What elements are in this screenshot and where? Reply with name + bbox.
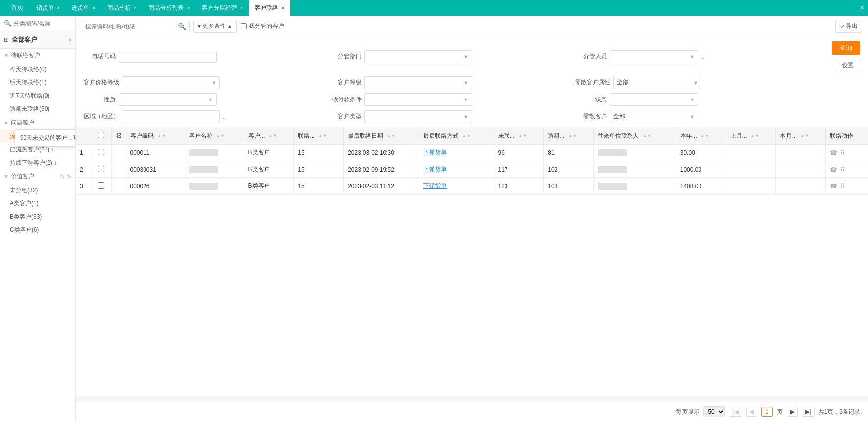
more-action-icon-0[interactable]: ⠿ <box>840 149 844 156</box>
contact-action-icon-1[interactable]: ☎ <box>830 166 837 173</box>
close-tab-product-analysis[interactable]: × <box>134 5 137 11</box>
sort-arrows-date[interactable]: ▲▼ <box>386 134 395 138</box>
nav-home[interactable]: 首页 <box>4 0 30 16</box>
sidebar-item-overdue[interactable]: 逾期未联络(30) <box>0 102 75 116</box>
my-customers-checkbox[interactable]: 我分管的客户 <box>241 22 284 30</box>
cell-way-2[interactable]: 下销货单 <box>419 178 494 195</box>
horizontal-scrollbar[interactable] <box>76 396 868 402</box>
next-page-btn[interactable]: ▶ <box>787 407 798 417</box>
tab-customer-tier[interactable]: 客户分层经营 × <box>196 0 249 16</box>
sort-arrows-code[interactable]: ▲▼ <box>157 134 166 138</box>
more-action-icon-2[interactable]: ⠿ <box>840 183 844 190</box>
payment-select[interactable]: ▼ <box>364 93 472 106</box>
my-customers-check[interactable] <box>241 23 247 29</box>
value-group-refresh-icon[interactable]: ↻ <box>60 173 65 180</box>
nature-chevron-icon: ▼ <box>208 97 213 102</box>
contact-action-icon-0[interactable]: ☎ <box>830 149 837 156</box>
sidebar-search-input[interactable] <box>14 20 72 27</box>
sidebar-item-churn-warning[interactable]: 流失预警客户(3) <box>0 130 75 143</box>
sort-arrows-this-month[interactable]: ▲▼ <box>800 134 809 138</box>
prev-page-btn[interactable]: ◀ <box>746 407 757 417</box>
phone-input[interactable] <box>119 51 217 63</box>
customer-grade-select[interactable]: ▼ <box>364 76 472 89</box>
export-btn[interactable]: ↗ 导出 <box>835 20 862 33</box>
sidebar-item-ungrouped[interactable]: 未分组(32) <box>0 184 75 197</box>
more-conditions-btn[interactable]: ▾ 更多条件 ▲ <box>193 20 237 33</box>
tab-product-analysis-list[interactable]: 商品分析列表 × <box>143 0 195 16</box>
first-page-btn[interactable]: |◀ <box>729 407 742 417</box>
sort-arrows-year[interactable]: ▲▼ <box>700 134 709 138</box>
sidebar-collapse-btn[interactable]: « <box>68 36 72 43</box>
contact-way-link-0[interactable]: 下销货单 <box>423 149 447 156</box>
zero-attr-label: 零散客户属性 <box>575 78 610 87</box>
close-tab-customer-tier[interactable]: × <box>240 5 243 11</box>
price-grade-select[interactable]: ▼ <box>122 76 220 89</box>
close-tab-product-analysis-list[interactable]: × <box>187 5 190 11</box>
contact-action-icon-2[interactable]: ☎ <box>830 183 837 190</box>
sort-arrows-unit[interactable]: ▲▼ <box>642 134 651 138</box>
sort-arrows-type[interactable]: ▲▼ <box>268 134 277 138</box>
cell-way-0[interactable]: 下销货单 <box>419 145 494 161</box>
sort-arrows-way[interactable]: ▲▼ <box>462 134 471 138</box>
customer-type-select[interactable]: ▼ <box>364 110 472 123</box>
sidebar-item-c-class[interactable]: C类客户(6) <box>0 223 75 237</box>
toolbar-search-icon[interactable]: 🔍 <box>178 23 186 30</box>
tab-sales-order[interactable]: 销货单 × <box>30 0 66 16</box>
row-checkbox-0[interactable] <box>98 149 104 155</box>
row-checkbox-2[interactable] <box>98 182 104 189</box>
contact-way-link-1[interactable]: 下销货单 <box>423 166 447 173</box>
sidebar-item-declining[interactable]: 持续下滑客户(2) ℹ <box>0 156 75 170</box>
sort-arrows-contact[interactable]: ▲▼ <box>318 134 327 138</box>
person-more-dots[interactable]: ... <box>701 53 706 60</box>
close-tab-sales-order[interactable]: × <box>57 5 60 11</box>
sidebar-all-customers[interactable]: ⊞ 全部客户 « <box>0 31 75 49</box>
declining-info-icon[interactable]: ℹ <box>54 160 56 166</box>
cell-way-1[interactable]: 下销货单 <box>419 161 494 178</box>
sort-arrows-last-month[interactable]: ▲▼ <box>750 134 759 138</box>
close-window-btn[interactable]: × <box>860 3 864 12</box>
sort-arrows-overdue[interactable]: ▲▼ <box>568 134 577 138</box>
sidebar-item-churned[interactable]: 已流失客户(24) ℹ <box>0 143 75 156</box>
cell-name-0 <box>185 145 244 161</box>
toolbar-search-input[interactable] <box>85 23 176 30</box>
per-page-select[interactable]: 50 <box>703 406 725 417</box>
close-tab-customer-contact[interactable]: × <box>281 5 284 11</box>
person-select[interactable]: ▼ <box>610 50 698 63</box>
close-tab-purchase-order[interactable]: × <box>92 5 95 11</box>
settings-btn[interactable]: 设置 <box>836 59 860 72</box>
sidebar-item-b-class[interactable]: B类客户(33) <box>0 210 75 223</box>
sidebar-item-tomorrow[interactable]: 明天待联络(1) <box>0 76 75 89</box>
area-more-dots[interactable]: ... <box>223 113 228 120</box>
sort-arrows-uncontacted[interactable]: ▲▼ <box>518 134 527 138</box>
sidebar-item-today[interactable]: 今天待联络(0) <box>0 63 75 76</box>
tab-product-analysis[interactable]: 商品分析 × <box>101 0 143 16</box>
sort-arrows-name[interactable]: ▲▼ <box>216 134 225 138</box>
filter-row-2: 客户价格等级 ▼ 客户等级 ▼ 零散客户属性 全部 <box>84 76 860 89</box>
more-action-icon-1[interactable]: ⠿ <box>840 166 844 173</box>
query-btn[interactable]: 查询 <box>832 41 860 55</box>
sidebar-item-7days[interactable]: 近7天待联络(0) <box>0 89 75 102</box>
contact-way-link-2[interactable]: 下销货单 <box>423 182 447 189</box>
value-group-edit-icon[interactable]: ✎ <box>67 173 72 180</box>
risk-group[interactable]: ▼ 问题客户 90天未交易的客户，可能有流失风险。 <box>0 116 75 130</box>
select-all-checkbox[interactable] <box>98 132 104 138</box>
tab-customer-contact[interactable]: 客户联络 × <box>249 0 290 16</box>
sidebar-item-a-class[interactable]: A类客户(1) <box>0 197 75 210</box>
tab-purchase-order[interactable]: 进货单 × <box>66 0 101 16</box>
churned-info-icon[interactable]: ℹ <box>51 147 53 153</box>
nature-select[interactable]: ▼ <box>119 93 217 106</box>
row-checkbox-1[interactable] <box>98 166 104 172</box>
zero-attr-select[interactable]: 全部 ▼ <box>613 76 701 89</box>
cell-gear-1 <box>111 161 126 178</box>
value-group[interactable]: ▼ 价值客户 ↻ ✎ <box>0 170 75 184</box>
dept-select[interactable]: ▼ <box>364 50 472 63</box>
status-select[interactable]: ▼ <box>610 93 698 106</box>
area-select[interactable] <box>122 110 220 123</box>
cell-checkbox-2[interactable] <box>94 178 111 195</box>
last-page-btn[interactable]: ▶| <box>802 407 815 417</box>
pending-contact-group[interactable]: ▼ 待联络客户 <box>0 49 75 63</box>
table-gear-icon[interactable]: ⚙ <box>116 131 122 140</box>
zero-customer-select[interactable]: 全部 ▼ <box>610 110 698 123</box>
cell-checkbox-0[interactable] <box>94 145 111 161</box>
cell-checkbox-1[interactable] <box>94 161 111 178</box>
